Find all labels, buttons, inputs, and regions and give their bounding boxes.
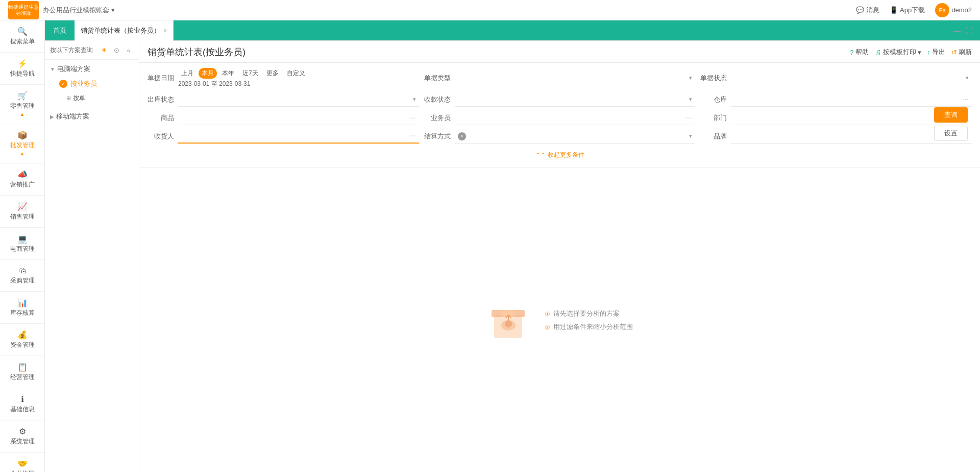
tab-home[interactable]: 首页: [45, 20, 75, 41]
period-custom[interactable]: 自定义: [284, 68, 308, 79]
salesperson-dots-icon: ···: [685, 113, 692, 123]
period-more[interactable]: 更多: [263, 68, 282, 79]
tabbar: 首页 销货单统计表（按业务员） × — ⛶: [45, 20, 980, 41]
scheme-item-salesperson[interactable]: ✓ 按业务员: [45, 76, 139, 91]
sales-icon: 📈: [2, 202, 42, 211]
retail-icon: 🛒: [2, 91, 42, 101]
period-last-month[interactable]: 上月: [178, 68, 197, 79]
collapse-bar[interactable]: ⌃⌃ 收起更多条件: [148, 148, 972, 162]
app-download-button[interactable]: 📱 App下载: [890, 6, 925, 15]
salesperson-label: 业务员: [424, 113, 451, 123]
edit-scheme-button[interactable]: ⊙: [111, 45, 121, 55]
scheme-sub-item-order[interactable]: ⊞ 按单: [45, 91, 139, 105]
settings-button[interactable]: 设置: [934, 126, 968, 141]
filter-cell-brand: 品牌 ···: [700, 129, 972, 144]
dept-label: 部门: [700, 113, 727, 123]
product-input[interactable]: ···: [178, 111, 419, 125]
sidebar-item-ecommerce[interactable]: 💻 电商管理: [0, 228, 44, 260]
receiver-label: 收货人: [148, 132, 174, 141]
sidebar-item-inventory[interactable]: 📊 库存核算: [0, 292, 44, 324]
chevron-down-icon: ▾: [111, 6, 115, 14]
refresh-button[interactable]: ↺ 刷新: [951, 48, 972, 57]
empty-hint-1: ① 请先选择要分析的方案: [545, 307, 633, 320]
doctype-chevron-icon: ▾: [689, 75, 692, 81]
sidebar: 🔍 搜索菜单 ⚡ 快捷导航 🛒 零售管理 ▲ 📦 批发管理 ▲ 📣 营销推广 📈…: [0, 20, 45, 472]
avatar: Ea: [935, 3, 949, 17]
message-icon: 💬: [856, 6, 864, 14]
scheme-title: 按以下方案查询: [50, 46, 93, 55]
add-scheme-button[interactable]: +: [99, 45, 109, 55]
operations-icon: 📋: [2, 362, 42, 372]
filter-grid: 单据日期 上月 本月 本年 近7天 更多 自定义 20: [139, 63, 980, 168]
sidebar-item-search[interactable]: 🔍 搜索菜单: [0, 20, 44, 53]
refresh-icon: ↺: [951, 49, 957, 56]
filter-cell-outstatus: 出库状态 ▾: [148, 92, 419, 107]
scheme-panel: 按以下方案查询 + ⊙ « ▼ 电脑端方案 ✓ 按业务员: [45, 41, 139, 472]
brand-label: 品牌: [700, 132, 727, 141]
sidebar-item-finance[interactable]: 💰 资金管理: [0, 324, 44, 356]
filter-cell-docstatus: 单据状态 ▾: [700, 68, 972, 88]
docstatus-label: 单据状态: [700, 74, 727, 83]
window-controls: — ⛶: [953, 27, 980, 35]
filter-cell-recvstatus: 收款状态 ▾: [424, 92, 696, 107]
filter-cell-settle: 结算方式 × ▾: [424, 129, 696, 144]
maximize-button[interactable]: ⛶: [966, 27, 974, 35]
recvstatus-label: 收款状态: [424, 95, 451, 104]
settle-input[interactable]: × ▾: [455, 129, 696, 144]
nav-icon: ⚡: [2, 59, 42, 68]
product-dots-icon: ···: [409, 113, 415, 123]
scheme-group-pc: ▼ 电脑端方案 ✓ 按业务员 ⊞ 按单: [45, 60, 139, 107]
sidebar-item-marketing[interactable]: 📣 营销推广: [0, 163, 44, 196]
sidebar-item-purchase[interactable]: 🛍 采购管理: [0, 260, 44, 292]
topbar-right: 💬 消息 📱 App下载 Ea demo2: [856, 3, 972, 17]
expand-arrow-mobile-icon: ▶: [50, 114, 54, 120]
sidebar-item-wholesale[interactable]: 📦 批发管理 ▲: [0, 124, 44, 163]
minimize-button[interactable]: —: [953, 27, 962, 35]
recvstatus-input[interactable]: ▾: [455, 92, 696, 107]
outstatus-input[interactable]: ▾: [178, 92, 419, 107]
period-7days[interactable]: 近7天: [239, 68, 261, 79]
scheme-dot: ✓: [59, 80, 67, 88]
salesperson-input[interactable]: ···: [455, 111, 696, 125]
app-selector[interactable]: 办公用品行业模拟账套 ▾: [43, 6, 115, 15]
tab-active[interactable]: 销货单统计表（按业务员） ×: [75, 20, 174, 41]
scheme-group-mobile-header[interactable]: ▶ 移动端方案: [45, 109, 139, 124]
download-icon: 📱: [890, 6, 898, 14]
message-button[interactable]: 💬 消息: [856, 6, 879, 15]
sidebar-item-system[interactable]: ⚙ 系统管理: [0, 420, 44, 453]
sidebar-item-retail[interactable]: 🛒 零售管理 ▲: [0, 85, 44, 124]
docstatus-input[interactable]: ▾: [731, 71, 972, 85]
empty-svg: [486, 297, 532, 343]
period-this-month[interactable]: 本月: [199, 68, 217, 79]
logo: 畅捷通好生意 标准版: [8, 1, 39, 19]
filter-cell-receiver: 收货人 ···: [148, 129, 419, 144]
period-this-year[interactable]: 本年: [219, 68, 237, 79]
filter-row-3: 商品 ··· 业务员 ···: [148, 111, 972, 125]
help-button[interactable]: ? 帮助: [850, 48, 868, 57]
sidebar-item-sales[interactable]: 📈 销售管理: [0, 196, 44, 228]
help-icon: ?: [850, 49, 853, 56]
doctype-input[interactable]: ▾: [455, 71, 696, 85]
svg-point-4: [505, 320, 512, 327]
scheme-group-pc-header[interactable]: ▼ 电脑端方案: [45, 62, 139, 76]
sidebar-item-operations[interactable]: 📋 经营管理: [0, 356, 44, 388]
collapse-scheme-button[interactable]: «: [124, 45, 134, 55]
sidebar-item-basics[interactable]: ℹ 基础信息: [0, 388, 44, 420]
collapse-arrow-icon: ⌃⌃: [535, 152, 546, 159]
sidebar-item-quicknav[interactable]: ⚡ 快捷导航: [0, 53, 44, 85]
print-button[interactable]: 🖨 按模板打印 ▾: [875, 48, 921, 57]
settle-label: 结算方式: [424, 132, 451, 141]
warehouse-input[interactable]: ···: [731, 92, 972, 107]
settle-clear-button[interactable]: ×: [458, 132, 466, 140]
query-button[interactable]: 查询: [934, 107, 968, 123]
tab-close-button[interactable]: ×: [163, 27, 167, 34]
sidebar-item-collab[interactable]: 🤝 企业协同: [0, 453, 44, 472]
filter-row-4: 收货人 ··· 结算方式 ×: [148, 129, 972, 144]
date-range-display: 2023-03-01 至 2023-03-31: [178, 80, 419, 88]
empty-inner: ① 请先选择要分析的方案 ② 用过滤条件来缩小分析范围: [486, 297, 633, 343]
content-area: 首页 销货单统计表（按业务员） × — ⛶ 按以下方案查询 + ⊙: [45, 20, 980, 472]
receiver-input[interactable]: ···: [178, 129, 419, 144]
export-button[interactable]: ↑ 导出: [927, 48, 946, 57]
user-profile[interactable]: Ea demo2: [935, 3, 972, 17]
scheme-header: 按以下方案查询 + ⊙ «: [45, 41, 139, 60]
